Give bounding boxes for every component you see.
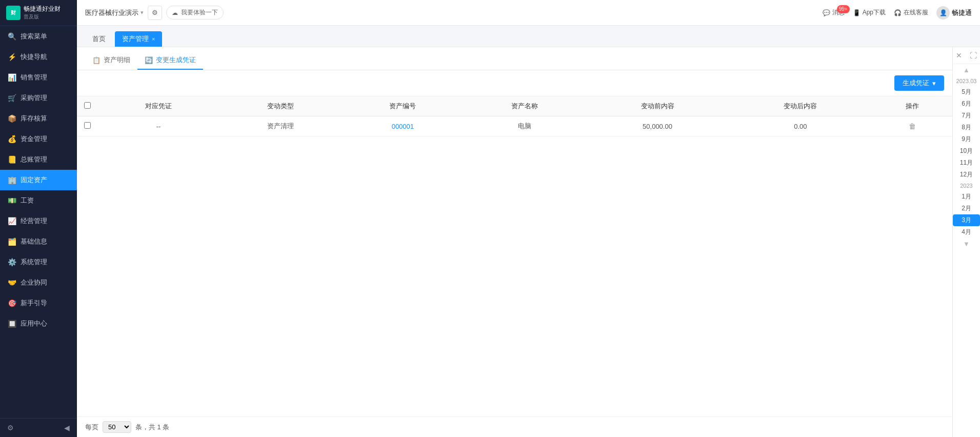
- company-selector[interactable]: 医疗器械行业演示 ▾: [85, 8, 144, 17]
- row-after-change: 0.00: [729, 116, 872, 136]
- th-operation: 操作: [872, 96, 952, 116]
- tab-asset-management[interactable]: 资产管理 ×: [115, 31, 162, 47]
- calendar-month[interactable]: 6月: [953, 98, 980, 110]
- appcenter-icon: 🔲: [7, 319, 16, 328]
- tab-home[interactable]: 首页: [85, 31, 113, 47]
- topbar-right: 💬 消息 99+ 📱 App下载 🎧 在线客服 👤 畅捷通: [823, 6, 972, 19]
- home-label: 首页: [92, 34, 106, 44]
- app-name: 畅捷通好业财: [24, 5, 61, 13]
- sidebar-item-operation[interactable]: 📈 经营管理: [0, 211, 77, 231]
- sidebar-item-basic[interactable]: 🗂️ 基础信息: [0, 231, 77, 252]
- calendar-month-2023[interactable]: 1月: [953, 191, 980, 203]
- experience-label: 我要体验一下: [181, 8, 218, 17]
- calendar-month[interactable]: 11月: [953, 157, 980, 169]
- message-badge: 99+: [837, 5, 850, 13]
- scroll-up-button[interactable]: ▲: [953, 64, 980, 76]
- customer-service-label: 在线客服: [904, 8, 928, 17]
- sidebar-item-search[interactable]: 🔍 搜索菜单: [0, 26, 77, 47]
- company-chevron-icon: ▾: [141, 9, 144, 16]
- th-checkbox: [77, 96, 97, 116]
- table-row: -- 资产清理 000001 电脑 50,000.00 0.00 🗑: [77, 116, 952, 136]
- calendar-month-2023[interactable]: 2月: [953, 203, 980, 214]
- scroll-down-button[interactable]: ▼: [953, 238, 980, 250]
- sidebar-item-guide[interactable]: 🎯 新手引导: [0, 293, 77, 313]
- sidebar-item-salary[interactable]: 💵 工资: [0, 190, 77, 211]
- system-icon: ⚙️: [7, 257, 16, 267]
- main-area: 医疗器械行业演示 ▾ ⚙ ☁ 我要体验一下 💬 消息 99+ 📱 App下载: [77, 0, 980, 437]
- generate-voucher-button[interactable]: 生成凭证 ▾: [894, 75, 944, 91]
- sidebar-item-inventory[interactable]: 📦 库存核算: [0, 108, 77, 129]
- sidebar-item-quicknav[interactable]: ⚡ 快捷导航: [0, 47, 77, 67]
- sidebar-item-enterprise[interactable]: 🤝 企业协同: [0, 272, 77, 293]
- sales-icon: 📊: [7, 73, 16, 82]
- panel-close-button[interactable]: ✕: [956, 51, 962, 59]
- basic-icon: 🗂️: [7, 237, 16, 246]
- table-wrapper: 对应凭证 变动类型 资产编号 资产名称 变动前内容 变动后内容 操作 -- 资产…: [77, 96, 952, 416]
- collapse-icon[interactable]: ◀: [64, 424, 70, 432]
- change-voucher-label: 变更生成凭证: [156, 55, 196, 65]
- calendar-month[interactable]: 5月: [953, 86, 980, 98]
- sidebar-item-label-purchase: 采购管理: [21, 93, 47, 103]
- fixedassets-icon: 🏢: [7, 175, 16, 185]
- calendar-month[interactable]: 7月: [953, 110, 980, 122]
- guide-icon: 🎯: [7, 299, 16, 308]
- per-page-select[interactable]: 50 10 20 100: [103, 421, 131, 433]
- row-operation: 🗑: [872, 116, 952, 136]
- toolbar: 生成凭证 ▾: [77, 70, 952, 96]
- panel-expand-button[interactable]: ⛶: [970, 51, 977, 59]
- th-change-type: 变动类型: [219, 96, 342, 116]
- sidebar-item-label-guide: 新手引导: [21, 299, 47, 308]
- sidebar-item-fixedassets[interactable]: 🏢 固定资产: [0, 170, 77, 190]
- row-checkbox-cell: [77, 116, 97, 136]
- settings-bottom-icon[interactable]: ⚙: [7, 424, 14, 432]
- row-voucher: --: [97, 116, 219, 136]
- app-download-button[interactable]: 📱 App下载: [853, 8, 886, 17]
- sub-tab-change-voucher[interactable]: 🔄 变更生成凭证: [137, 52, 203, 70]
- sidebar-item-purchase[interactable]: 🛒 采购管理: [0, 88, 77, 108]
- operation-icon: 📈: [7, 216, 16, 226]
- sidebar-item-label-enterprise: 企业协同: [21, 278, 47, 287]
- calendar-months-2023: 1月2月3月4月: [953, 191, 980, 238]
- right-panel-header: ✕ ⛶: [953, 47, 980, 64]
- calendar-months-before: 5月6月7月8月9月10月11月12月: [953, 86, 980, 181]
- row-checkbox[interactable]: [84, 122, 91, 129]
- phone-icon: 📱: [853, 9, 861, 16]
- topbar-left: 医疗器械行业演示 ▾ ⚙ ☁ 我要体验一下: [85, 6, 823, 20]
- sidebar-item-label-basic: 基础信息: [21, 237, 47, 246]
- sidebar-item-system[interactable]: ⚙️ 系统管理: [0, 252, 77, 272]
- th-voucher: 对应凭证: [97, 96, 219, 116]
- select-all-checkbox[interactable]: [84, 102, 91, 109]
- sidebar-item-appcenter[interactable]: 🔲 应用中心: [0, 313, 77, 334]
- calendar-year-2023-label: 2023: [953, 181, 980, 191]
- avatar: 👤: [936, 6, 950, 19]
- calendar-month-2023[interactable]: 4月: [953, 226, 980, 238]
- user-icon: 👤: [939, 9, 947, 16]
- calendar-month[interactable]: 12月: [953, 169, 980, 181]
- sidebar-item-label-system: 系统管理: [21, 257, 47, 267]
- calendar-month-2023[interactable]: 3月: [953, 214, 980, 226]
- sidebar-item-label-funds: 资金管理: [21, 134, 47, 144]
- generate-dropdown-icon: ▾: [932, 80, 936, 87]
- message-button[interactable]: 💬 消息 99+: [823, 8, 845, 17]
- app-version: 普及版: [24, 13, 61, 21]
- cloud-icon: ☁: [172, 9, 178, 16]
- customer-service-button[interactable]: 🎧 在线客服: [894, 8, 928, 17]
- sidebar-item-funds[interactable]: 💰 资金管理: [0, 129, 77, 149]
- topbar-settings-button[interactable]: ⚙: [148, 6, 162, 20]
- tab-close-icon[interactable]: ×: [152, 36, 155, 42]
- th-asset-name: 资产名称: [464, 96, 586, 116]
- sub-tab-asset-list[interactable]: 📋 资产明细: [85, 52, 137, 70]
- sidebar-item-label-ledger: 总账管理: [21, 155, 47, 164]
- delete-row-button[interactable]: 🗑: [909, 122, 916, 130]
- sidebar-item-label-salary: 工资: [21, 196, 34, 205]
- sidebar-item-sales[interactable]: 📊 销售管理: [0, 67, 77, 88]
- asset-list-icon: 📋: [92, 56, 101, 64]
- calendar-month[interactable]: 10月: [953, 145, 980, 157]
- calendar-month[interactable]: 9月: [953, 133, 980, 145]
- user-menu[interactable]: 👤 畅捷通: [936, 6, 972, 19]
- right-panel: ✕ ⛶ ▲ 2023.03 5月6月7月8月9月10月11月12月 2023 1…: [952, 47, 980, 437]
- sidebar-item-ledger[interactable]: 📒 总账管理: [0, 149, 77, 170]
- experience-button[interactable]: ☁ 我要体验一下: [166, 6, 224, 19]
- calendar-month[interactable]: 8月: [953, 122, 980, 133]
- th-asset-code: 资产编号: [342, 96, 464, 116]
